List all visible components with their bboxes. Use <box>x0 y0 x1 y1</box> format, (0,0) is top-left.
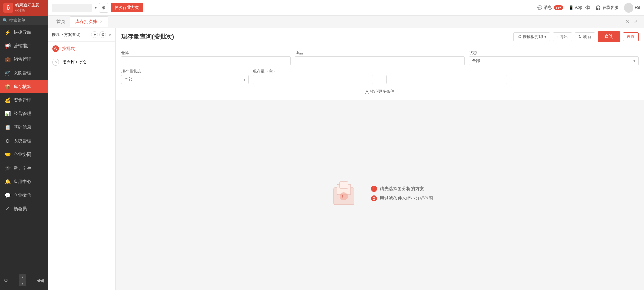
page-resize-icon[interactable]: ⤢ <box>632 18 640 25</box>
filter-item-batch-icon: ⊙ <box>52 45 59 52</box>
scroll-down-btn[interactable]: ▼ <box>19 280 26 286</box>
collapse-btn[interactable]: ⋀ 收起更多条件 <box>361 87 399 96</box>
tab-close-btn[interactable]: × <box>99 19 103 24</box>
messages-badge: 99+ <box>554 5 563 10</box>
sidebar-item-quick-nav[interactable]: ⚡ 快捷导航 <box>0 25 48 39</box>
print-template-btn[interactable]: 🖨 按模板打印 ▾ <box>513 32 550 41</box>
topbar-settings-btn[interactable]: ⚙ <box>99 3 108 13</box>
export-btn[interactable]: ↑ 导出 <box>553 32 572 41</box>
sidebar-item-label: 营销推广 <box>14 43 31 49</box>
warehouse-dots-btn[interactable]: ··· <box>284 57 291 64</box>
content-area: 按以下方案查询 + ⚙ « ⊙ 按批次 ○ 按仓库+批次 现存量查询(按批次) <box>48 28 644 290</box>
collapse-icon: ⋀ <box>365 89 369 94</box>
empty-svg: ! <box>327 178 361 212</box>
app-download-btn[interactable]: 📱 App下载 <box>569 5 590 11</box>
tab-home[interactable]: 首页 <box>52 17 70 27</box>
tab-home-label: 首页 <box>56 19 65 24</box>
warehouse-input[interactable] <box>121 57 284 65</box>
empty-state: ! 1 请先选择要分析的方案 2 用过滤条件来缩小分析范围 <box>116 100 644 290</box>
stock-qty-min-input[interactable] <box>253 75 374 84</box>
topbar-right: 💬 消息 99+ 📱 App下载 🎧 在线客服 Rit <box>537 3 640 13</box>
topbar-dropdown-icon[interactable]: ▾ <box>95 5 97 10</box>
product-input[interactable] <box>295 57 458 65</box>
sidebar-item-sales[interactable]: 💼 销售管理 <box>0 53 48 66</box>
stock-status-select-wrapper: 全部 ▾ <box>121 75 249 84</box>
filter-item-batch-label: 按批次 <box>62 46 75 52</box>
status-label: 状态 <box>469 50 639 56</box>
footer-settings-icon[interactable]: ⚙ <box>4 278 8 283</box>
main-content: 现存量查询(按批次) 🖨 按模板打印 ▾ ↑ 导出 ↻ 刷新 <box>116 28 644 290</box>
messages-btn[interactable]: 💬 消息 99+ <box>537 5 563 11</box>
purchase-icon: 🛒 <box>4 70 11 76</box>
operation-icon: 📊 <box>4 110 11 117</box>
sidebar-item-member[interactable]: ✓ 畅会员 <box>0 202 48 216</box>
empty-tip-2: 2 用过滤条件来缩小分析范围 <box>371 195 433 201</box>
filter-add-btn[interactable]: + <box>91 31 98 38</box>
settings-btn[interactable]: 设置 <box>623 32 639 41</box>
tab-batch-inventory-label: 库存批次账 <box>75 19 97 25</box>
print-template-label: 按模板打印 <box>523 34 543 40</box>
sidebar-item-finance[interactable]: 💰 资金管理 <box>0 93 48 107</box>
app-edition: 标准版 <box>15 8 39 13</box>
filter-settings-btn[interactable]: ⚙ <box>99 31 106 38</box>
username: Rit <box>635 5 640 10</box>
stock-qty-field: 现存量（主） — <box>253 69 507 84</box>
sidebar-search[interactable]: 🔍 搜索菜单 <box>0 16 48 25</box>
footer-menu-icon[interactable]: ◀◀ <box>37 278 44 283</box>
stock-qty-label: 现存量（主） <box>253 69 507 74</box>
sidebar-item-enterprise[interactable]: 🤝 企业协同 <box>0 148 48 161</box>
sidebar-item-system[interactable]: ⚙ 系统管理 <box>0 134 48 148</box>
breadcrumb-input[interactable] <box>52 4 92 12</box>
filter-item-by-batch[interactable]: ⊙ 按批次 <box>48 42 115 55</box>
user-avatar <box>624 3 633 13</box>
stock-status-field: 现存量状态 全部 ▾ <box>121 69 249 84</box>
basic-icon: 📋 <box>4 124 11 131</box>
sidebar-item-label: 应用中心 <box>14 179 31 185</box>
sidebar-item-operation[interactable]: 📊 经营管理 <box>0 107 48 121</box>
filter-item-by-warehouse-batch[interactable]: ○ 按仓库+批次 <box>48 55 115 69</box>
refresh-label: 刷新 <box>583 34 591 40</box>
empty-tip-1: 1 请先选择要分析的方案 <box>371 186 433 192</box>
filter-item-warehouse-batch-label: 按仓库+批次 <box>62 59 87 65</box>
stock-qty-max-input[interactable] <box>386 75 507 84</box>
form-row-1: 仓库 ··· 商品 ··· <box>121 50 639 65</box>
query-btn[interactable]: 查询 <box>598 31 620 42</box>
tip-num-2: 2 <box>371 195 377 201</box>
guide-icon: 🎓 <box>4 165 11 171</box>
topbar-left: ▾ ⚙ 体验行业方案 <box>52 3 535 13</box>
product-dots-btn[interactable]: ··· <box>458 57 464 64</box>
refresh-btn[interactable]: ↻ 刷新 <box>575 32 595 41</box>
scroll-up-btn[interactable]: ▲ <box>19 274 26 280</box>
svg-text:!: ! <box>342 194 343 199</box>
status-select[interactable]: 全部 正常 停用 <box>469 56 639 65</box>
sidebar-item-basic[interactable]: 📋 基础信息 <box>0 121 48 134</box>
appstore-icon: 🔔 <box>4 178 11 185</box>
range-separator: — <box>375 77 385 82</box>
service-icon: 🎧 <box>596 5 601 10</box>
sidebar-item-label: 库存核算 <box>14 84 31 90</box>
sidebar-item-guide[interactable]: 🎓 新手引导 <box>0 161 48 175</box>
sidebar-item-wechat[interactable]: 💬 企业微信 <box>0 188 48 202</box>
stock-status-select[interactable]: 全部 <box>121 75 249 84</box>
sales-icon: 💼 <box>4 56 11 63</box>
online-service-btn[interactable]: 🎧 在线客服 <box>596 5 618 11</box>
trial-btn[interactable]: 体验行业方案 <box>111 3 143 12</box>
svg-point-3 <box>340 192 348 200</box>
sidebar-item-marketing[interactable]: 📢 营销推广 <box>0 39 48 53</box>
finance-icon: 💰 <box>4 97 11 104</box>
app-download-label: App下载 <box>575 5 590 11</box>
print-dropdown-icon[interactable]: ▾ <box>544 34 546 39</box>
sidebar-item-purchase[interactable]: 🛒 采购管理 <box>0 66 48 80</box>
svg-rect-2 <box>340 182 348 188</box>
tab-batch-inventory[interactable]: 库存批次账 × <box>70 16 108 27</box>
empty-illustration: ! <box>327 178 361 213</box>
sidebar-item-appstore[interactable]: 🔔 应用中心 <box>0 175 48 188</box>
app-info: 畅康通好生意 标准版 <box>15 3 39 13</box>
page-header: 现存量查询(按批次) 🖨 按模板打印 ▾ ↑ 导出 ↻ 刷新 <box>116 28 644 46</box>
user-profile[interactable]: Rit <box>624 3 640 13</box>
collapse-label: 收起更多条件 <box>370 89 394 94</box>
page-close-btn[interactable]: ✕ <box>622 17 632 26</box>
sidebar-item-inventory[interactable]: 📦 库存核算 <box>0 80 48 93</box>
filter-collapse-btn[interactable]: « <box>109 32 111 37</box>
sidebar-scroll-controls: ▲ ▼ <box>19 273 26 287</box>
